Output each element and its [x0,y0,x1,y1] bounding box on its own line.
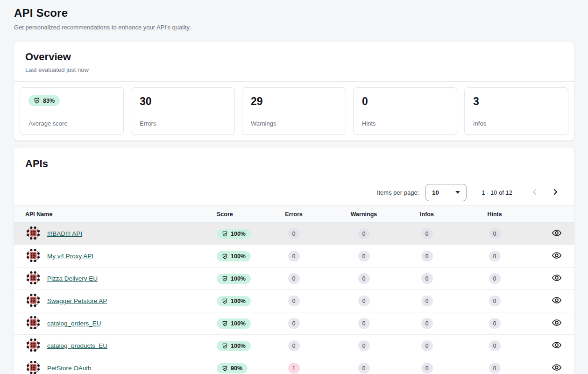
pagination-range: 1 - 10 of 12 [482,189,512,196]
overview-last-evaluated: Last evaluated just now [25,66,563,73]
header-hints: Hints [487,211,502,218]
header-score: Score [217,211,259,218]
api-name-link[interactable]: catalog_products_EU [47,342,107,349]
header-errors: Errors [285,211,303,218]
score-badge: 100% [217,341,251,351]
page-size-select[interactable]: 10 [425,184,467,201]
api-icon [25,270,41,288]
caret-down-icon [455,191,460,194]
table-row[interactable]: PetStore OAuth 90% 1 0 0 0 [14,357,574,374]
stat-warnings: 29 Warnings [242,87,346,135]
infos-count-pill: 0 [421,251,433,261]
api-icon [25,337,41,355]
view-api-button[interactable] [551,361,563,374]
score-value: 100% [231,253,246,260]
api-score-page: API Score Get personalized recommendatio… [0,0,588,374]
warnings-count-pill: 0 [358,273,370,284]
overview-title: Overview [25,51,563,63]
errors-count-pill: 0 [288,228,300,239]
pagination-bar: Items per page: 10 1 - 10 of 12 [14,179,574,205]
eye-icon [552,362,562,374]
warnings-count-pill: 0 [358,251,370,261]
errors-count-pill: 0 [288,296,300,306]
stat-label: Average score [28,120,115,127]
score-value: 100% [231,320,246,327]
table-row[interactable]: My v4 Proxy API 100% 0 0 0 0 [14,245,574,268]
table-row[interactable]: Pizza Delivery EU 100% 0 0 0 0 [14,268,574,290]
hints-count-pill: 0 [489,296,501,306]
score-badge: 100% [217,274,251,284]
view-api-button[interactable] [551,272,563,285]
api-name-link[interactable]: My v4 Proxy API [47,253,93,260]
eye-icon [552,250,562,262]
view-api-button[interactable] [551,339,563,353]
page-subtitle: Get personalized recommendations to enha… [14,24,574,31]
stat-value: 3 [473,95,560,108]
chevron-left-icon [530,187,539,198]
table-row[interactable]: !!!BAD!!! API 100% 0 0 0 0 [14,223,574,245]
stat-average-score: 83% Average score [20,87,124,135]
errors-count-pill: 0 [288,273,300,284]
eye-icon [552,295,562,307]
hints-count-pill: 0 [489,273,501,284]
stat-infos: 3 Infos [464,87,568,135]
api-name-cell: Swagger Petstore AP [25,292,217,310]
warnings-count-pill: 0 [358,296,370,306]
page-size-value: 10 [432,189,439,196]
stat-value: 29 [251,95,337,108]
view-api-button[interactable] [551,227,563,240]
api-name-link[interactable]: Swagger Petstore AP [47,297,107,304]
api-name-link[interactable]: PetStore OAuth [47,365,92,372]
score-badge: 100% [217,296,251,306]
eye-icon [552,228,562,240]
eye-icon [552,318,562,329]
shield-check-icon [34,97,40,104]
shield-check-icon [222,275,228,282]
stat-errors: 30 Errors [131,87,235,135]
api-name-link[interactable]: !!!BAD!!! API [47,230,82,237]
score-badge: 100% [217,229,251,239]
api-icon [25,225,41,243]
stat-label: Warnings [251,120,337,127]
errors-count-pill: 0 [288,318,300,329]
api-icon [25,315,41,332]
stat-hints: 0 Hints [353,87,457,135]
items-per-page-label: Items per page: [377,189,419,196]
score-value: 90% [231,365,242,372]
api-icon [25,247,41,265]
infos-count-pill: 0 [421,340,433,351]
api-name-cell: PetStore OAuth [25,360,217,374]
errors-count-pill: 0 [288,251,300,261]
table-row[interactable]: catalog_orders_EU 100% 0 0 0 0 [14,312,574,335]
warnings-count-pill: 0 [358,228,370,239]
api-name-cell: !!!BAD!!! API [25,225,217,243]
apis-title: APIs [25,158,563,170]
view-api-button[interactable] [551,249,563,263]
api-table-body: !!!BAD!!! API 100% 0 0 0 0 [14,223,574,374]
overview-header: Overview Last evaluated just now [14,42,574,81]
api-icon [25,360,41,374]
header-api-name: API Name [25,211,217,218]
shield-check-icon [222,343,228,349]
api-name-link[interactable]: catalog_orders_EU [47,320,101,327]
view-api-button[interactable] [551,294,563,308]
next-page-button[interactable] [549,186,562,199]
stat-value: 30 [140,95,226,108]
api-name-cell: catalog_products_EU [25,337,217,355]
api-name-cell: Pizza Delivery EU [25,270,217,288]
average-score-value: 83% [43,98,55,104]
previous-page-button [528,186,541,199]
score-badge: 90% [217,363,248,374]
table-row[interactable]: catalog_products_EU 100% 0 0 0 0 [14,335,574,357]
infos-count-pill: 0 [421,318,433,329]
score-value: 100% [231,343,246,349]
view-api-button[interactable] [551,317,563,330]
eye-icon [552,340,562,352]
table-row[interactable]: Swagger Petstore AP 100% 0 0 0 0 [14,290,574,312]
api-name-link[interactable]: Pizza Delivery EU [47,275,98,282]
score-value: 100% [231,231,246,237]
stat-label: Hints [362,120,448,127]
api-icon [25,292,41,310]
warnings-count-pill: 0 [358,318,370,329]
shield-check-icon [222,298,228,304]
